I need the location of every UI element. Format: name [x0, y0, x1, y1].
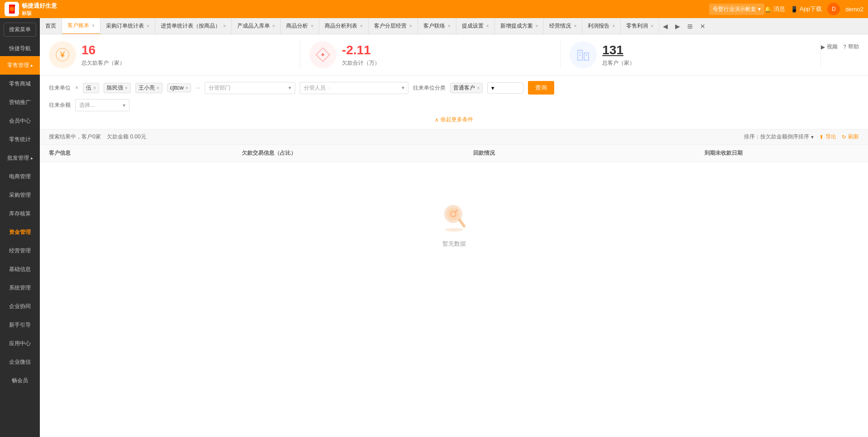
unit-type-dropdown[interactable]: ▾ [487, 82, 523, 94]
sidebar-item-enterprise[interactable]: 企业协同 [0, 297, 40, 316]
chevron-down-dept: ▾ [288, 85, 291, 91]
tab-retail-profit[interactable]: 零售利润 × [621, 18, 659, 34]
sidebar-item-ecommerce[interactable]: 电商管理 [0, 167, 40, 186]
sidebar-item-apps[interactable]: 应用中心 [0, 334, 40, 353]
tab-nav-left[interactable]: ◀ [659, 23, 671, 30]
sidebar-item-purchase[interactable]: 采购管理 [0, 186, 40, 204]
close-tab-icon[interactable]: × [486, 24, 489, 28]
close-tab-icon[interactable]: × [147, 24, 149, 28]
sort-dropdown[interactable]: 排序：按欠款金额倒序排序 ▾ [744, 133, 814, 141]
tab-goods-analysis[interactable]: 商品分析 × [281, 18, 319, 34]
tag-wu[interactable]: 伍 × [83, 83, 99, 93]
tab-close-all-btn[interactable]: ✕ [696, 23, 709, 30]
tag-normal-customer[interactable]: 普通客户 × [450, 83, 483, 93]
tag-wang[interactable]: 王小亮 × [135, 83, 163, 93]
tab-add-commission[interactable]: 新增提成方案 × [495, 18, 544, 34]
close-tab-icon[interactable]: × [311, 24, 313, 28]
collapse-row: ∧ 收起更多条件 [49, 116, 859, 124]
app-download-btn[interactable]: 📱 App下载 [791, 5, 822, 13]
close-tab-icon[interactable]: × [360, 24, 363, 28]
more-tags[interactable]: ··· [196, 85, 200, 91]
close-tab-icon[interactable]: × [612, 24, 615, 28]
sort-chevron-icon: ▾ [811, 134, 814, 140]
debt-icon: ✦ [309, 41, 336, 68]
tab-profit-report[interactable]: 利润报告 × [582, 18, 621, 34]
filter-row-1: 往来单位 × 伍 × 陈民强 × 王小亮 × [49, 81, 859, 95]
remove-unit-type[interactable]: × [477, 86, 480, 90]
sidebar-item-basic-info[interactable]: 基础信息 [0, 260, 40, 279]
messages-btn[interactable]: 🔔 消息 [764, 5, 785, 13]
close-tab-icon[interactable]: × [448, 24, 451, 28]
tab-home[interactable]: 首页 [40, 18, 62, 34]
tab-customer-ledger[interactable]: 客户账本 × [62, 18, 101, 34]
dept-select[interactable]: 分管部门 ▾ [205, 82, 295, 94]
tab-nav-right[interactable]: ▶ [671, 23, 684, 30]
sidebar-item-marketing[interactable]: 营销推广 [0, 93, 40, 112]
close-tab-icon[interactable]: × [651, 24, 653, 28]
stat-amount-info: -2.11 欠款合计（万） [342, 43, 380, 67]
tab-goods-analysis-list[interactable]: 商品分析列表 × [319, 18, 369, 34]
stat-debt-info: 16 总欠款客户（家） [82, 43, 125, 67]
col-header-payment: 回款情况 [473, 149, 705, 157]
export-btn[interactable]: ⬆ 导出 [819, 133, 836, 141]
tag-chen[interactable]: 陈民强 × [104, 83, 131, 93]
refresh-btn[interactable]: ↻ 刷新 [842, 133, 859, 141]
balance-select[interactable]: 选择... ▾ [75, 99, 129, 111]
balance-label: 往来余额 [49, 101, 71, 109]
sidebar-item-finance[interactable]: 资金管理 [0, 223, 40, 242]
total-customers-number: 131 [602, 43, 635, 57]
sidebar-item-member[interactable]: 会员中心 [0, 112, 40, 130]
video-link[interactable]: ▶ 视频 [821, 43, 838, 51]
tag-cjttcw[interactable]: cjttcw × [167, 83, 192, 92]
sidebar-item-system[interactable]: 系统管理 [0, 279, 40, 297]
person-select[interactable]: 分管人员 ··· ▾ [300, 82, 408, 94]
query-btn[interactable]: 查询 [528, 81, 554, 95]
remove-tag-wu[interactable]: × [93, 86, 96, 90]
close-tab-icon[interactable]: × [574, 24, 576, 28]
tab-operations[interactable]: 经营情况 × [544, 18, 582, 34]
stat-total-customers: 131 总客户（家） [561, 41, 821, 68]
remove-tag-wang[interactable]: × [157, 86, 159, 90]
sidebar-item-retail-mgmt[interactable]: 零售管理 ▸ [0, 56, 40, 75]
chevron-down-unit: ▾ [491, 85, 494, 91]
tab-production[interactable]: 产成品入库单 × [232, 18, 281, 34]
debt-amount-number: -2.11 [342, 43, 380, 57]
tab-commission-settings[interactable]: 提成设置 × [456, 18, 495, 34]
avatar[interactable]: D [827, 3, 840, 15]
sidebar-item-retail-mall[interactable]: 零售商城 [0, 75, 40, 93]
sidebar-item-retail-stats[interactable]: 零售统计 [0, 130, 40, 149]
money-icon: ¥ [49, 41, 76, 68]
close-tab-icon[interactable]: × [223, 24, 226, 28]
search-menu-btn[interactable]: 搜索菜单 [4, 23, 36, 37]
sidebar-item-member2[interactable]: 畅会员 [0, 371, 40, 390]
bell-icon: 🔔 [764, 6, 772, 13]
stat-debt-amount: ✦ -2.11 欠款合计（万） [300, 41, 561, 68]
close-tab-icon[interactable]: × [409, 24, 412, 28]
tab-purchase-order-stats[interactable]: 采购订单统计表 × [101, 18, 155, 34]
tab-customer-contact[interactable]: 客户联络 × [418, 18, 456, 34]
collapse-btn[interactable]: ∧ 收起更多条件 [435, 116, 473, 124]
quick-nav-btn[interactable]: 快捷导航 [0, 41, 40, 56]
help-icon: ? [843, 44, 846, 50]
stat-actions: ▶ 视频 ? 帮助 [821, 41, 859, 68]
help-link[interactable]: ? 帮助 [843, 43, 859, 51]
sidebar-item-wholesale[interactable]: 批发管理 ▸ [0, 149, 40, 167]
tab-goods-stats[interactable]: 进货单统计表（按商品） × [155, 18, 232, 34]
sidebar-item-operations[interactable]: 经营管理 [0, 242, 40, 260]
sidebar-item-guide[interactable]: 新手引导 [0, 316, 40, 334]
svg-point-8 [445, 228, 463, 232]
remove-tag-cjttcw[interactable]: × [186, 86, 188, 90]
sidebar-item-wechat[interactable]: 企业微信 [0, 353, 40, 371]
chevron-right-icon: ▸ [31, 63, 33, 68]
tab-expand-btn[interactable]: ⊞ [684, 23, 696, 30]
close-tab-icon[interactable]: × [92, 23, 95, 28]
close-tab-icon[interactable]: × [273, 24, 275, 28]
debt-customers-label: 总欠款客户（家） [82, 59, 125, 67]
filter-area: 往来单位 × 伍 × 陈民强 × 王小亮 × [40, 76, 868, 129]
sidebar-item-inventory[interactable]: 库存核算 [0, 204, 40, 223]
close-tab-icon[interactable]: × [536, 24, 538, 28]
account-selector[interactable]: 母婴行业演示帐套 ▾ [709, 4, 764, 15]
unit-filter-x: × [75, 85, 78, 91]
remove-tag-chen[interactable]: × [125, 86, 128, 90]
tab-customer-tier[interactable]: 客户分层经营 × [369, 18, 418, 34]
